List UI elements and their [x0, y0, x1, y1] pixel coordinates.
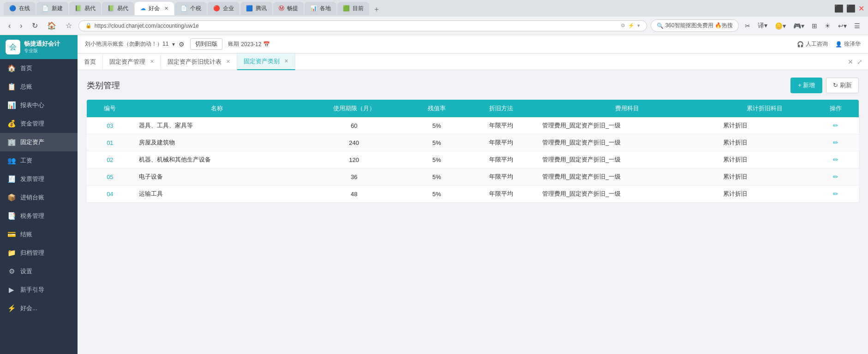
data-table: 编号 名称 使用期限（月） 残值率 折旧方法 费用科目 累计折旧科目 操作 03…	[87, 100, 859, 203]
breadcrumb-tab-category[interactable]: 固定资产类别 ✕	[237, 54, 295, 70]
edit-button[interactable]: ✏	[833, 122, 838, 129]
content-area: 类别管理 + 新增 ↻ 刷新 编号 名称 使用期限（月） 残值率 折旧方法 费用…	[78, 70, 868, 354]
row-residual: 5%	[407, 117, 466, 134]
col-header-name: 名称	[133, 100, 301, 117]
tab-close-t5[interactable]: ✕	[164, 6, 168, 12]
breadcrumb-tab-home[interactable]: 首页	[78, 54, 103, 70]
cut-icon-btn[interactable]: ✂	[742, 21, 753, 31]
fund-icon: 💰	[7, 120, 16, 128]
sidebar-item-label-more: 好会...	[20, 304, 37, 312]
win-close-btn[interactable]: ✕	[848, 58, 853, 66]
row-period: 120	[300, 151, 407, 168]
consult-button[interactable]: 🎧 人工咨询	[797, 40, 828, 48]
sidebar-item-guide[interactable]: ▶ 新手引导	[0, 281, 78, 299]
home-icon: 🏠	[7, 64, 16, 72]
sidebar-item-payroll[interactable]: 👥 工资	[0, 151, 78, 170]
dropdown-icon[interactable]: ▾	[172, 41, 175, 48]
edit-button[interactable]: ✏	[833, 139, 838, 146]
table-row: 04 运输工具 48 5% 年限平均 管理费用_固定资产折旧_一级 累计折旧 ✏	[87, 186, 859, 203]
translate-icon-btn[interactable]: 译▾	[755, 20, 770, 31]
sidebar-item-fixed-assets[interactable]: 🏢 固定资产	[0, 133, 78, 151]
browser-tab-t10[interactable]: 📊 各地	[305, 2, 336, 15]
user-icon: 👤	[835, 41, 842, 48]
browser-tab-t8[interactable]: 🟦 腾讯	[240, 2, 272, 15]
close-icon[interactable]: ✕	[858, 4, 864, 13]
game-icon-btn[interactable]: 🎮▾	[791, 21, 807, 31]
settings-gear-icon[interactable]: ⚙	[179, 41, 185, 48]
row-id[interactable]: 03	[87, 117, 133, 134]
search-bar[interactable]: 🔍 360智能抠图免费用 🔥热搜	[651, 19, 739, 32]
sidebar-item-home[interactable]: 🏠 首页	[0, 59, 78, 78]
home-button[interactable]: 🏠	[44, 19, 59, 32]
row-action: ✏	[812, 168, 859, 186]
undo-icon-btn[interactable]: ↩▾	[836, 21, 849, 31]
breadcrumb-tab-depreciation[interactable]: 固定资产折旧统计表 ✕	[161, 54, 237, 70]
browser-tab-t5[interactable]: ☁ 好会 ✕	[135, 2, 174, 15]
minimize-icon[interactable]: ⬛	[834, 4, 844, 13]
row-id[interactable]: 01	[87, 134, 133, 151]
refresh-button[interactable]: ↻ 刷新	[826, 78, 859, 93]
col-header-action: 操作	[812, 100, 859, 117]
archive-icon: 📁	[7, 249, 16, 257]
edit-button[interactable]: ✏	[833, 190, 838, 198]
edit-button[interactable]: ✏	[833, 173, 838, 180]
add-button[interactable]: + 新增	[790, 78, 822, 93]
browser-toolbar: ‹ › ↻ 🏠 ☆ 🔒 https://cloud.chanjet.com/ac…	[0, 17, 868, 35]
edit-button[interactable]: ✏	[833, 156, 838, 163]
row-name: 电子设备	[133, 168, 301, 186]
col-header-id: 编号	[87, 100, 133, 117]
sidebar-item-more[interactable]: ⚡ 好会...	[0, 299, 78, 318]
row-accum-account: 累计折旧	[718, 117, 812, 134]
sidebar-item-label-reports: 报表中心	[20, 101, 44, 109]
col-header-expense: 费用科目	[537, 100, 718, 117]
sidebar-logo-sub: 专业版	[24, 48, 60, 54]
sidebar-item-invoice[interactable]: 🧾 发票管理	[0, 170, 78, 188]
sidebar-item-reports[interactable]: 📊 报表中心	[0, 96, 78, 114]
breadcrumb-tab-fixed-asset-mgmt[interactable]: 固定资产管理 ✕	[103, 54, 161, 70]
user-avatar[interactable]: 👤 徐泽华	[835, 40, 861, 48]
sidebar-item-settings[interactable]: ⚙ 设置	[0, 262, 78, 281]
browser-tab-t4[interactable]: 📗 易代	[102, 2, 134, 15]
switch-version-button[interactable]: 切到旧版	[190, 38, 222, 50]
sidebar-item-tax[interactable]: 📑 税务管理	[0, 207, 78, 225]
reload-button[interactable]: ↻	[29, 19, 41, 32]
row-id[interactable]: 05	[87, 168, 133, 186]
new-tab-button[interactable]: ＋	[370, 4, 383, 15]
browser-tab-t7[interactable]: 🔴 企业	[208, 2, 239, 15]
grid-icon-btn[interactable]: ⊞	[809, 21, 820, 31]
forward-button[interactable]: ›	[17, 20, 25, 32]
sidebar-item-inventory[interactable]: 📦 进销台账	[0, 188, 78, 207]
menu-icon-btn[interactable]: ☰	[852, 21, 862, 31]
back-button[interactable]: ‹	[6, 20, 13, 32]
address-bar[interactable]: 🔒 https://cloud.chanjet.com/accounting/u…	[78, 20, 647, 31]
sidebar-item-label-archive: 归档管理	[20, 249, 44, 257]
sidebar-item-archive[interactable]: 📁 归档管理	[0, 244, 78, 262]
app-layout: 会 畅捷通好会计 专业版 🏠 首页 📋 总账 📊 报表中心 💰 资金管理	[0, 35, 868, 354]
browser-tab-t6[interactable]: 📄 个税	[175, 2, 207, 15]
calendar-icon[interactable]: 📅	[263, 41, 270, 48]
win-restore-btn[interactable]: ⤢	[857, 58, 862, 66]
coin-icon-btn[interactable]: 🪙▾	[772, 21, 788, 31]
breadcrumb-close-depreciation[interactable]: ✕	[226, 59, 230, 65]
header-actions: + 新增 ↻ 刷新	[790, 78, 859, 93]
sidebar-item-fund[interactable]: 💰 资金管理	[0, 114, 78, 133]
row-action: ✏	[812, 186, 859, 203]
browser-tab-t2[interactable]: 📄 新建	[36, 2, 68, 15]
toolbar-icons: ✂ 译▾ 🪙▾ 🎮▾ ⊞ ☀ ↩▾ ☰	[742, 20, 862, 31]
browser-tab-t3[interactable]: 📗 易代	[69, 2, 101, 15]
maximize-icon[interactable]: ⬛	[846, 4, 856, 13]
bookmark-button[interactable]: ☆	[63, 19, 75, 32]
sidebar-item-general-ledger[interactable]: 📋 总账	[0, 78, 78, 96]
sidebar-item-settlement[interactable]: 💳 结账	[0, 225, 78, 244]
sidebar-item-label-settings: 设置	[20, 267, 32, 276]
fixed-asset-mgmt-label: 固定资产管理	[109, 58, 145, 66]
browser-tab-t11[interactable]: 🟩 目前	[337, 2, 369, 15]
breadcrumb-close-category[interactable]: ✕	[284, 58, 288, 64]
row-id[interactable]: 02	[87, 151, 133, 168]
browser-tab-t1[interactable]: 🔵 在线	[4, 2, 36, 15]
row-id[interactable]: 04	[87, 186, 133, 203]
browser-tab-t9[interactable]: Ⓜ 畅提	[273, 2, 304, 15]
breadcrumb-close-fixed-asset-mgmt[interactable]: ✕	[150, 59, 154, 65]
brightness-icon-btn[interactable]: ☀	[822, 21, 833, 31]
row-expense-account: 管理费用_固定资产折旧_一级	[537, 186, 718, 203]
